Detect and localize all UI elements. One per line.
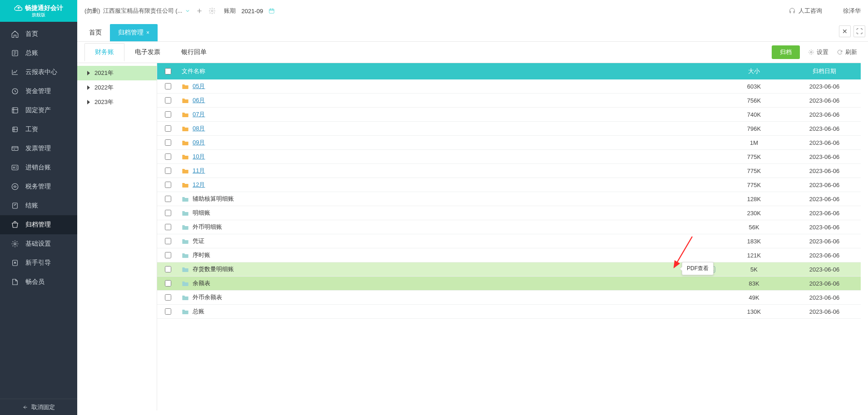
table-row[interactable]: 辅助核算明细账128K2023-06-06 <box>157 192 861 206</box>
user-menu[interactable]: 徐泽华 <box>830 6 861 16</box>
archive-button[interactable]: 归档 <box>772 45 800 59</box>
company-prefix: (勿删) <box>84 7 100 15</box>
refresh-link[interactable]: 刷新 <box>837 48 857 56</box>
row-checkbox[interactable] <box>165 153 171 160</box>
sidebar-item-1[interactable]: 总账 <box>0 44 77 63</box>
calendar-icon[interactable] <box>268 8 275 14</box>
sidebar-item-10[interactable]: 归档管理 <box>0 215 77 234</box>
file-name: 外币余额表 <box>193 293 222 301</box>
tree-year-2022[interactable]: 2022年 <box>77 80 157 95</box>
sidebar-item-label: 新手引导 <box>25 259 51 267</box>
period-value[interactable]: 2021-09 <box>241 8 263 15</box>
sidebar-item-2[interactable]: 云报表中心 <box>0 63 77 82</box>
row-checkbox[interactable] <box>165 294 171 301</box>
human-consult[interactable]: 人工咨询 <box>789 7 822 15</box>
table-row[interactable]: 08月796K2023-06-06 <box>157 122 861 136</box>
archive-date: 2023-06-06 <box>788 210 861 217</box>
table-row[interactable]: 外币明细账56K2023-06-06 <box>157 220 861 234</box>
table-row[interactable]: 余额表83K2023-06-06 <box>157 277 861 291</box>
sidebar-item-label: 发票管理 <box>25 144 51 153</box>
sidebar-item-9[interactable]: 结账 <box>0 196 77 215</box>
window-expand-button[interactable]: ⛶ <box>853 25 865 37</box>
table-row[interactable]: 05月603K2023-06-06 <box>157 79 861 94</box>
file-name[interactable]: 06月 <box>193 96 205 104</box>
archive-date: 2023-06-06 <box>788 111 861 118</box>
sidebar-item-8[interactable]: 税务管理 <box>0 177 77 196</box>
row-checkbox[interactable] <box>165 182 171 188</box>
table-row[interactable]: 11月775K2023-06-06 <box>157 164 861 178</box>
table-row[interactable]: 存货数量明细账5K2023-06-06 <box>157 262 861 277</box>
sidebar-item-7[interactable]: 进销台账 <box>0 158 77 177</box>
tab-home[interactable]: 首页 <box>81 24 110 41</box>
sidebar-item-6[interactable]: 发票管理 <box>0 139 77 158</box>
archive-date: 2023-06-06 <box>788 83 861 90</box>
folder-icon <box>182 111 189 118</box>
company-selector[interactable]: (勿删) 江西服宝精品有限责任公司 (... <box>84 7 190 15</box>
header-gear-icon[interactable] <box>208 7 216 15</box>
tab-archive[interactable]: 归档管理× <box>110 24 158 41</box>
row-checkbox[interactable] <box>165 139 171 146</box>
table-row[interactable]: 序时账121K2023-06-06 <box>157 248 861 262</box>
tree-year-2023[interactable]: 2023年 <box>77 95 157 109</box>
table-row[interactable]: 明细账230K2023-06-06 <box>157 206 861 220</box>
sidebar-item-13[interactable]: 畅会员 <box>0 272 77 291</box>
sidebar-item-0[interactable]: 首页 <box>0 25 77 44</box>
tree-year-2021[interactable]: 2021年 <box>77 66 157 80</box>
row-checkbox[interactable] <box>165 196 171 202</box>
row-checkbox[interactable] <box>165 125 171 132</box>
file-size: 128K <box>720 196 788 203</box>
sidebar-item-5[interactable]: 工资 <box>0 120 77 139</box>
row-checkbox[interactable] <box>165 252 171 258</box>
row-checkbox[interactable] <box>165 111 171 118</box>
year-tree: 2021年 2022年 2023年 <box>77 63 157 410</box>
unpin-sidebar[interactable]: 取消固定 <box>0 399 77 415</box>
table-row[interactable]: 凭证183K2023-06-06 <box>157 234 861 248</box>
folder-icon <box>182 139 189 146</box>
svg-rect-10 <box>13 260 18 266</box>
table-row[interactable]: 总账130K2023-06-06 <box>157 305 861 319</box>
row-checkbox[interactable] <box>165 224 171 230</box>
subtab-einvoice[interactable]: 电子发票 <box>124 43 171 61</box>
file-name[interactable]: 11月 <box>193 167 205 175</box>
sidebar-item-label: 总账 <box>25 49 38 57</box>
row-checkbox[interactable] <box>165 308 171 315</box>
row-checkbox[interactable] <box>165 83 171 89</box>
table-row[interactable]: 06月756K2023-06-06 <box>157 94 861 108</box>
row-checkbox[interactable] <box>165 238 171 244</box>
row-checkbox[interactable] <box>165 280 171 287</box>
sidebar-item-label: 进销台账 <box>25 163 51 172</box>
subtab-bank[interactable]: 银行回单 <box>171 43 217 61</box>
file-size: 5K <box>720 266 788 273</box>
subtab-finance[interactable]: 财务账 <box>84 43 124 61</box>
row-checkbox[interactable] <box>165 168 171 174</box>
file-name[interactable]: 09月 <box>193 138 205 147</box>
file-size: 756K <box>720 97 788 104</box>
row-checkbox[interactable] <box>165 97 171 104</box>
row-checkbox[interactable] <box>165 266 171 272</box>
table-row[interactable]: 07月740K2023-06-06 <box>157 108 861 122</box>
tab-close-icon[interactable]: × <box>146 30 149 36</box>
table-row[interactable]: 12月775K2023-06-06 <box>157 178 861 192</box>
add-icon[interactable] <box>196 7 203 15</box>
sidebar-item-4[interactable]: 固定资产 <box>0 101 77 120</box>
file-name[interactable]: 10月 <box>193 153 205 161</box>
file-name[interactable]: 08月 <box>193 124 205 133</box>
folder-icon <box>182 153 189 160</box>
caret-right-icon <box>87 100 90 104</box>
file-name[interactable]: 05月 <box>193 82 205 90</box>
file-name[interactable]: 12月 <box>193 181 205 189</box>
table-row[interactable]: 09月1M2023-06-06 <box>157 136 861 150</box>
window-close-button[interactable]: ✕ <box>839 25 851 37</box>
sidebar-item-12[interactable]: 新手引导 <box>0 253 77 272</box>
folder-icon <box>182 210 189 216</box>
svg-point-7 <box>12 183 18 190</box>
sidebar-item-3[interactable]: 资金管理 <box>0 82 77 101</box>
table-row[interactable]: 外币余额表49K2023-06-06 <box>157 291 861 305</box>
row-checkbox[interactable] <box>165 210 171 216</box>
select-all-checkbox[interactable] <box>165 68 171 74</box>
file-name[interactable]: 07月 <box>193 110 205 119</box>
unpin-icon <box>22 404 29 410</box>
sidebar-item-11[interactable]: 基础设置 <box>0 234 77 253</box>
settings-link[interactable]: 设置 <box>808 48 828 56</box>
table-row[interactable]: 10月775K2023-06-06 <box>157 150 861 164</box>
